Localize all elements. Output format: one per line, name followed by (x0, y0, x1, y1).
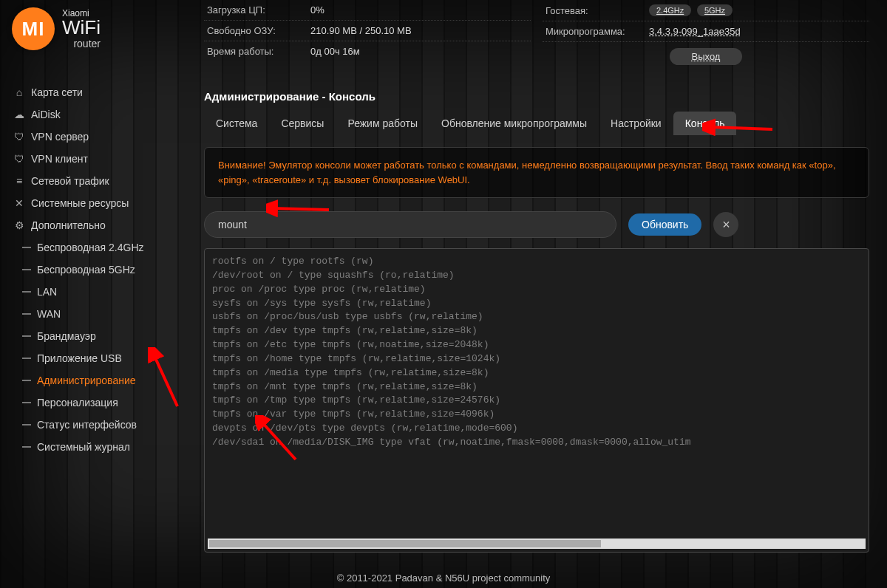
nav-item[interactable]: ⚙Дополнительно (6, 214, 185, 236)
nav-label: VPN клиент (31, 153, 88, 165)
stats-right: Гостевая: 2.4GHz 5GHz Микропрограмма: 3.… (543, 0, 869, 65)
nav-label: Карта сети (31, 86, 83, 98)
h-scrollbar[interactable] (208, 539, 866, 549)
footer: © 2011-2021 Padavan & N56U project commu… (0, 572, 887, 584)
stats-left: Загрузка ЦП:0%Свободно ОЗУ:210.90 MB / 2… (204, 0, 531, 65)
stat-row: Время работы:0д 00ч 16м (204, 41, 531, 61)
tab-сервисы[interactable]: Сервисы (269, 112, 336, 135)
nav-label: Беспроводная 2.4GHz (37, 242, 144, 253)
nav-item[interactable]: ≡Сетевой трафик (6, 170, 185, 192)
shield-icon: 🛡 (13, 131, 25, 143)
badge-5ghz[interactable]: 5GHz (697, 4, 733, 16)
tab-консоль[interactable]: Консоль (673, 112, 737, 135)
stat-value: 0% (310, 4, 324, 16)
tab-настройки[interactable]: Настройки (599, 112, 673, 135)
shield-icon: 🛡 (13, 153, 25, 165)
clear-button[interactable]: × (713, 212, 738, 237)
nav-subitem[interactable]: Беспроводная 2.4GHz (6, 236, 185, 259)
cross-icon: ✕ (13, 197, 25, 209)
cloud-icon: ☁ (13, 109, 25, 120)
guest-badges: 2.4GHz 5GHz (649, 4, 735, 16)
tab-обновление-микропрограммы[interactable]: Обновление микропрограммы (429, 112, 599, 135)
bars-icon: ≡ (13, 175, 25, 187)
nav: ⌂Карта сети☁AiDisk🛡VPN сервер🛡VPN клиент… (6, 81, 185, 458)
nav-label: AiDisk (31, 109, 61, 120)
brand-line3: router (62, 38, 101, 49)
main-panel: Администрирование - Консоль СистемаСерви… (204, 90, 869, 553)
stat-key: Свободно ОЗУ: (207, 25, 310, 36)
h-scrollbar-thumb[interactable] (209, 540, 601, 547)
status-bar: Загрузка ЦП:0%Свободно ОЗУ:210.90 MB / 2… (204, 0, 869, 65)
nav-item[interactable]: 🛡VPN сервер (6, 126, 185, 148)
nav-subitem[interactable]: Системный журнал (6, 436, 185, 458)
stat-key: Загрузка ЦП: (207, 4, 310, 16)
nav-label: WAN (37, 308, 61, 320)
nav-subitem[interactable]: LAN (6, 281, 185, 303)
stat-value: 0д 00ч 16м (310, 46, 360, 57)
nav-subitem[interactable]: Беспроводная 5GHz (6, 259, 185, 281)
firmware-label: Микропрограмма: (546, 26, 649, 37)
refresh-button[interactable]: Обновить (628, 213, 701, 236)
nav-label: Системные ресурсы (31, 197, 129, 209)
nav-subitem[interactable]: Приложение USB (6, 347, 185, 369)
firmware-link[interactable]: 3.4.3.9-099_1aae35d (649, 26, 741, 37)
command-row: Обновить × (204, 211, 869, 238)
nav-label: Системный журнал (37, 441, 130, 453)
tab-система[interactable]: Система (204, 112, 269, 135)
mi-logo-icon: MI (12, 7, 55, 50)
tab-режим-работы[interactable]: Режим работы (336, 112, 429, 135)
guest-row: Гостевая: 2.4GHz 5GHz (543, 0, 869, 21)
nav-subitem[interactable]: WAN (6, 303, 185, 325)
nav-subitem[interactable]: Администрирование (6, 369, 185, 392)
nav-subitem[interactable]: Брандмауэр (6, 325, 185, 347)
badge-24ghz[interactable]: 2.4GHz (649, 4, 691, 16)
nav-subitem[interactable]: Статус интерфейсов (6, 414, 185, 436)
nav-label: VPN сервер (31, 131, 89, 143)
nav-label: Брандмауэр (37, 330, 96, 342)
nav-item[interactable]: ☁AiDisk (6, 103, 185, 126)
nav-label: Беспроводная 5GHz (37, 264, 135, 276)
nav-label: LAN (37, 286, 57, 298)
nav-label: Сетевой трафик (31, 175, 109, 187)
nav-item[interactable]: 🛡VPN клиент (6, 148, 185, 170)
home-icon: ⌂ (13, 86, 25, 98)
brand-text: Xiaomi WiFi router (62, 9, 101, 49)
tab-bar: СистемаСервисыРежим работыОбновление мик… (204, 112, 869, 135)
logout-button[interactable]: Выход (670, 48, 743, 65)
console-warning: Внимание! Эмулятор консоли может работат… (204, 147, 869, 198)
brand-line2: WiFi (62, 18, 101, 38)
console-output[interactable]: rootfs on / type rootfs (rw) /dev/root o… (204, 248, 869, 553)
nav-subitem[interactable]: Персонализация (6, 392, 185, 414)
firmware-row: Микропрограмма: 3.4.3.9-099_1aae35d (543, 21, 869, 42)
stat-row: Свободно ОЗУ:210.90 MB / 250.10 MB (204, 21, 531, 41)
gear-icon: ⚙ (13, 219, 25, 231)
nav-label: Дополнительно (31, 219, 106, 231)
nav-label: Персонализация (37, 397, 118, 408)
stat-key: Время работы: (207, 46, 310, 57)
nav-label: Приложение USB (37, 352, 122, 364)
stat-value: 210.90 MB / 250.10 MB (310, 25, 412, 36)
nav-label: Статус интерфейсов (37, 419, 137, 431)
console-text: rootfs on / type rootfs (rw) /dev/root o… (205, 249, 869, 456)
nav-item[interactable]: ⌂Карта сети (6, 81, 185, 103)
page-title: Администрирование - Консоль (204, 90, 869, 103)
nav-label: Администрирование (37, 375, 136, 386)
sidebar: MI Xiaomi WiFi router ⌂Карта сети☁AiDisk… (6, 0, 185, 458)
brand-logo: MI Xiaomi WiFi router (6, 0, 185, 55)
guest-label: Гостевая: (546, 5, 649, 16)
stat-row: Загрузка ЦП:0% (204, 0, 531, 21)
nav-item[interactable]: ✕Системные ресурсы (6, 192, 185, 214)
command-input[interactable] (204, 211, 616, 238)
